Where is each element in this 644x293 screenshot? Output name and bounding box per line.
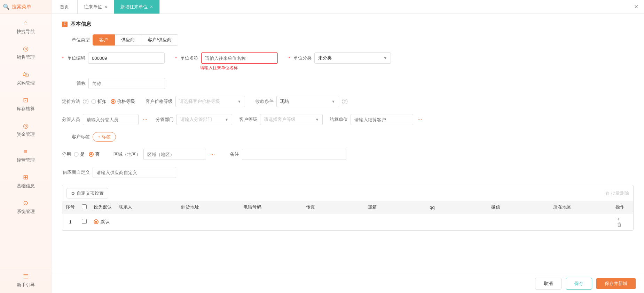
sidebar-item-quick-nav[interactable]: ⌂ 快捷导航 bbox=[0, 14, 51, 40]
price-level-radio-circle bbox=[111, 99, 116, 104]
col-area: 所在地区 bbox=[550, 201, 612, 213]
tab-add-partner[interactable]: 新增往来单位 ✕ bbox=[114, 0, 160, 14]
pricing-help-icon[interactable]: ? bbox=[83, 99, 88, 104]
sidebar-item-beginner[interactable]: ☰ 新手引导 bbox=[0, 267, 51, 293]
default-radio-circle[interactable] bbox=[94, 219, 99, 224]
save-new-button[interactable]: 保存并新增 bbox=[596, 278, 636, 289]
short-name-input[interactable] bbox=[88, 78, 165, 89]
address-input[interactable] bbox=[181, 216, 237, 227]
unit-btn-both[interactable]: 客户/供应商 bbox=[141, 34, 178, 46]
tab-close-all-button[interactable]: ✕ bbox=[628, 0, 644, 14]
sidebar-item-sales[interactable]: ◎ 销售管理 bbox=[0, 40, 51, 65]
region-field: 区域（地区） ··· bbox=[113, 149, 216, 160]
pricing-row: 定价方法 ? 折扣 价格等级 客户价格等级 请选择客户价格等级 bbox=[62, 96, 634, 107]
customer-price-level-select[interactable]: 请选择客户价格等级 ▼ bbox=[175, 96, 245, 107]
customer-level-select[interactable]: 请选择客户等级 ▼ bbox=[260, 114, 323, 125]
customer-price-level-field: 客户价格等级 请选择客户价格等级 ▼ bbox=[146, 96, 245, 107]
region-label: 区域（地区） bbox=[113, 151, 141, 157]
sidebar-item-purchase[interactable]: 🛍 采购管理 bbox=[0, 65, 51, 91]
customer-tag-label: 客户标签 bbox=[62, 134, 90, 140]
cell-address bbox=[178, 213, 240, 230]
cell-seq: 1 bbox=[62, 213, 78, 230]
col-seq: 序号 bbox=[62, 201, 78, 213]
tab-partner-list[interactable]: 往来单位 ✕ bbox=[78, 0, 114, 14]
manager-input[interactable] bbox=[83, 114, 139, 125]
table-header-row: 序号 设为默认 联系人 到货地址 电话号码 传真 邮箱 qq 微信 所在地区 bbox=[62, 201, 633, 213]
region-dots-button[interactable]: ··· bbox=[209, 151, 216, 157]
wechat-input[interactable] bbox=[491, 216, 546, 227]
save-button[interactable]: 保存 bbox=[566, 278, 592, 290]
unit-category-label: 单位分类 bbox=[293, 55, 312, 61]
area-input[interactable] bbox=[553, 216, 609, 227]
purchase-icon: 🛍 bbox=[22, 70, 30, 79]
pricing-radio-price-level[interactable]: 价格等级 bbox=[111, 98, 135, 105]
row-add-button[interactable]: + bbox=[615, 216, 621, 222]
no-radio-circle bbox=[89, 152, 94, 157]
row-delete-button[interactable]: 🗑 bbox=[615, 222, 623, 227]
supplier-custom-input[interactable] bbox=[93, 167, 176, 178]
remark-input[interactable] bbox=[242, 149, 346, 160]
sidebar-item-finance[interactable]: ◎ 资金管理 bbox=[0, 117, 51, 143]
email-input[interactable] bbox=[368, 216, 423, 227]
region-input[interactable] bbox=[143, 149, 206, 160]
cancel-button[interactable]: 取消 bbox=[535, 278, 561, 290]
pricing-method-label: 定价方法 bbox=[62, 98, 80, 105]
payment-terms-label: 收款条件 bbox=[256, 98, 274, 105]
payment-help-icon[interactable]: ? bbox=[342, 99, 347, 104]
disabled-radio-yes[interactable]: 是 bbox=[74, 151, 85, 157]
cell-wechat bbox=[488, 213, 550, 230]
disabled-field: 停用 是 否 bbox=[62, 151, 100, 157]
disabled-label: 停用 bbox=[62, 151, 71, 157]
page-footer: 取消 保存 保存并新增 bbox=[52, 274, 644, 293]
custom-settings-button[interactable]: ⚙ 自定义项设置 bbox=[66, 188, 108, 198]
finance-icon: ◎ bbox=[22, 122, 30, 130]
unit-btn-customer[interactable]: 客户 bbox=[93, 34, 115, 46]
sidebar-item-system[interactable]: ⊙ 系统管理 bbox=[0, 194, 51, 220]
unit-code-input[interactable] bbox=[88, 52, 165, 64]
manager-dots-button[interactable]: ··· bbox=[141, 116, 149, 123]
sidebar-item-inventory[interactable]: ⊡ 库存核算 bbox=[0, 91, 51, 117]
unit-name-input[interactable] bbox=[201, 52, 278, 64]
section-icon: F bbox=[62, 22, 68, 27]
payment-terms-value: 现结 bbox=[280, 98, 329, 105]
settlement-dots-button[interactable]: ··· bbox=[416, 116, 423, 123]
settlement-unit-input[interactable] bbox=[351, 114, 413, 125]
disabled-row: 停用 是 否 区域（地区） ··· 备注 bbox=[62, 149, 634, 160]
fax-input[interactable] bbox=[306, 216, 361, 227]
qq-input[interactable] bbox=[430, 216, 484, 227]
select-all-checkbox[interactable] bbox=[82, 204, 87, 209]
sidebar-item-label: 新手引导 bbox=[17, 282, 35, 288]
short-name-field: 简称 bbox=[62, 78, 165, 89]
sidebar-item-label: 系统管理 bbox=[17, 209, 35, 215]
gear-icon: ⚙ bbox=[71, 191, 75, 196]
disabled-radio-no[interactable]: 否 bbox=[89, 151, 100, 157]
custom-settings-label: 自定义项设置 bbox=[77, 190, 104, 196]
contact-table: 序号 设为默认 联系人 到货地址 电话号码 传真 邮箱 qq 微信 所在地区 bbox=[62, 201, 633, 230]
pricing-method-field: 定价方法 ? 折扣 价格等级 bbox=[62, 98, 135, 105]
chevron-down-icon: ▼ bbox=[237, 99, 241, 104]
payment-terms-select[interactable]: 现结 ▼ bbox=[276, 96, 339, 107]
tab-add-partner-close-icon[interactable]: ✕ bbox=[150, 5, 153, 9]
tab-home[interactable]: 首页 bbox=[52, 0, 78, 14]
unit-type-label: 单位类型 bbox=[62, 37, 90, 43]
contact-input[interactable] bbox=[119, 216, 174, 227]
tab-partner-list-close-icon[interactable]: ✕ bbox=[104, 5, 108, 9]
sidebar-item-search[interactable]: 🔍 搜索菜单 bbox=[0, 0, 51, 14]
cell-contact bbox=[115, 213, 178, 230]
sidebar-item-operation[interactable]: ≡ 经营管理 bbox=[0, 143, 51, 168]
add-tag-button[interactable]: + 标签 bbox=[93, 132, 116, 142]
pricing-radio-discount[interactable]: 折扣 bbox=[91, 98, 107, 105]
unit-category-select[interactable]: 未分类 ▼ bbox=[314, 52, 391, 64]
sidebar-item-basic-info[interactable]: ⊞ 基础信息 bbox=[0, 168, 51, 194]
yes-radio-label: 是 bbox=[80, 151, 85, 157]
cell-default: 默认 bbox=[90, 213, 115, 230]
phone-input[interactable] bbox=[243, 216, 299, 227]
row-checkbox[interactable] bbox=[82, 219, 87, 224]
manager-field: 分管人员 ··· bbox=[62, 114, 149, 125]
settlement-unit-field: 结算单位 ··· bbox=[330, 114, 423, 125]
batch-delete-button[interactable]: 🗑 批量删除 bbox=[605, 190, 629, 196]
department-select[interactable]: 请输入分管部门 ▼ bbox=[176, 114, 232, 125]
chevron-down-icon: ▼ bbox=[225, 117, 228, 122]
remark-field: 备注 bbox=[230, 149, 346, 160]
unit-btn-supplier[interactable]: 供应商 bbox=[115, 34, 141, 46]
